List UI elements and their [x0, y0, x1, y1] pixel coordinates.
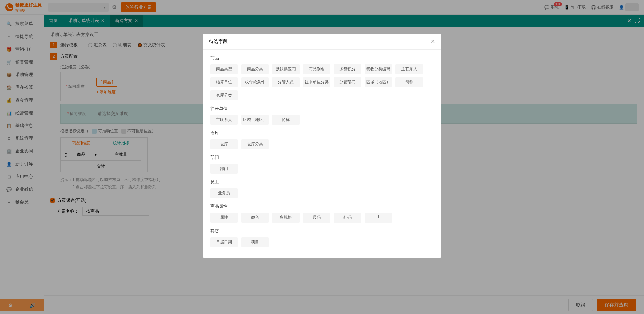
- field-group-title: 部门: [210, 154, 434, 161]
- field-tag[interactable]: 往来单位分类: [303, 77, 330, 87]
- field-group-title: 商品属性: [210, 203, 434, 209]
- field-group-5: 商品属性属性颜色多规格尺码鞋码1: [210, 203, 434, 223]
- field-tag[interactable]: 区域（地区）: [365, 77, 392, 87]
- field-tag[interactable]: 鞋码: [334, 213, 361, 223]
- field-tag[interactable]: 多规格: [272, 213, 300, 223]
- field-tag[interactable]: 仓库分类: [241, 139, 269, 149]
- field-group-title: 员工: [210, 179, 434, 185]
- modal-overlay[interactable]: 待选字段 ✕ 商品商品类型商品分类默认供应商商品别名拣货积分税收分类编码主联系人…: [0, 0, 644, 314]
- field-tag[interactable]: 税收分类编码: [365, 64, 392, 74]
- field-group-title: 仓库: [210, 130, 434, 136]
- field-group-2: 仓库仓库仓库分类: [210, 130, 434, 149]
- field-group-title: 其它: [210, 228, 434, 234]
- field-group-6: 其它单据日期项目: [210, 228, 434, 247]
- field-group-3: 部门部门: [210, 154, 434, 174]
- field-tag[interactable]: 收付款条件: [241, 77, 269, 87]
- field-tag[interactable]: 仓库: [210, 139, 238, 149]
- field-tag[interactable]: 拣货积分: [334, 64, 361, 74]
- field-tag[interactable]: 业务员: [210, 188, 238, 198]
- field-tag[interactable]: 单据日期: [210, 237, 238, 247]
- field-tag[interactable]: 尺码: [303, 213, 330, 223]
- field-tag[interactable]: 简称: [272, 115, 300, 125]
- field-group-1: 往来单位主联系人区域（地区）简称: [210, 106, 434, 125]
- modal-title: 待选字段: [209, 39, 228, 45]
- field-tag[interactable]: 结算单位: [210, 77, 238, 87]
- field-tag[interactable]: 主联系人: [210, 115, 238, 125]
- field-tag[interactable]: 主联系人: [395, 64, 423, 74]
- field-tag[interactable]: 分管人员: [272, 77, 300, 87]
- field-tag[interactable]: 区域（地区）: [241, 115, 269, 125]
- field-tag[interactable]: 项目: [241, 237, 269, 247]
- field-group-4: 员工业务员: [210, 179, 434, 198]
- field-tag[interactable]: 默认供应商: [272, 64, 300, 74]
- field-tag[interactable]: 商品类型: [210, 64, 238, 74]
- field-tag[interactable]: 颜色: [241, 213, 269, 223]
- field-group-0: 商品商品类型商品分类默认供应商商品别名拣货积分税收分类编码主联系人结算单位收付款…: [210, 55, 434, 100]
- field-tag[interactable]: 分管部门: [334, 77, 361, 87]
- field-selector-modal: 待选字段 ✕ 商品商品类型商品分类默认供应商商品别名拣货积分税收分类编码主联系人…: [203, 34, 441, 258]
- field-tag[interactable]: 1: [365, 213, 392, 223]
- field-group-title: 商品: [210, 55, 434, 61]
- field-tag[interactable]: 简称: [395, 77, 423, 87]
- field-tag[interactable]: 属性: [210, 213, 238, 223]
- field-tag[interactable]: 部门: [210, 164, 238, 174]
- field-tag[interactable]: 商品分类: [241, 64, 269, 74]
- field-group-title: 往来单位: [210, 106, 434, 112]
- modal-close-button[interactable]: ✕: [431, 38, 435, 45]
- field-tag[interactable]: 商品别名: [303, 64, 330, 74]
- field-tag[interactable]: 仓库分类: [210, 90, 238, 100]
